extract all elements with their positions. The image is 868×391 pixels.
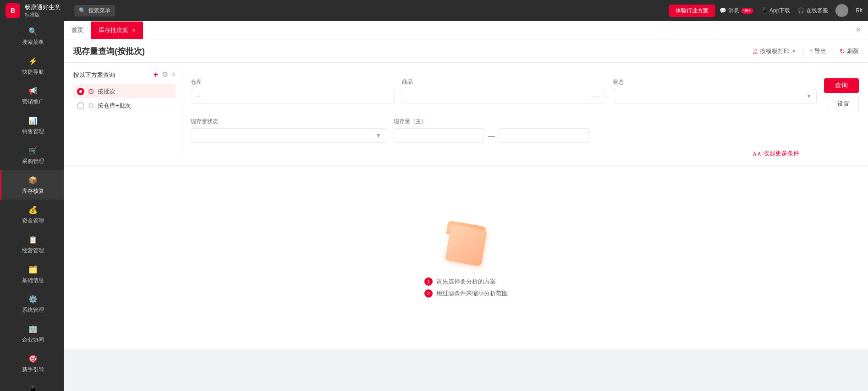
print-template-btn[interactable]: 🖨 按模板打印 ▼ (752, 47, 797, 55)
scheme-radio-by-batch (77, 88, 84, 95)
basic-icon: 🗂️ (27, 264, 38, 275)
sidebar-item-search[interactable]: 🔍 搜索菜单 (0, 21, 64, 51)
inventory-qty-max-input[interactable] (499, 128, 589, 143)
sidebar-item-system[interactable]: ⚙️ 系统管理 (0, 289, 64, 319)
sidebar-label-enterprise: 企业协同 (22, 336, 44, 344)
action-separator-2: | (832, 47, 834, 56)
sidebar-label-sales: 销售管理 (22, 128, 44, 136)
scheme-collapse-icon[interactable]: « (172, 70, 176, 80)
collapse-chevron-icon: ∧∧ (753, 150, 762, 157)
sidebar-label-operation: 经营管理 (22, 247, 44, 255)
inventory-status-arrow-icon: ▼ (376, 132, 381, 139)
tab-home[interactable]: 首页 (64, 22, 91, 39)
sidebar-item-marketing[interactable]: 📢 营销推广 (0, 81, 64, 110)
sidebar-item-sales[interactable]: 📊 销售管理 (0, 110, 64, 140)
tab-close-right-btn[interactable]: × (848, 25, 868, 35)
app-download-btn[interactable]: 📱 App下载 (761, 7, 790, 15)
apps-icon: 📱 (27, 383, 38, 391)
messages-btn[interactable]: 💬 消息 99+ (720, 7, 753, 15)
inventory-status-select[interactable]: ▼ (191, 128, 386, 143)
sidebar-item-operation[interactable]: 📋 经营管理 (0, 229, 64, 259)
sidebar-item-basic[interactable]: 🗂️ 基础信息 (0, 259, 64, 289)
sidebar-item-enterprise[interactable]: 🏢 企业协同 (0, 319, 64, 348)
tab-label: 库存批次账 (99, 26, 128, 34)
empty-tip-2: 2 用过滤条件来缩小分析范围 (424, 289, 508, 298)
tab-close-btn[interactable]: × (132, 27, 136, 33)
filter-row-2: 现存量状态 ▼ 现存量（主） — (191, 118, 859, 143)
filter-field-product: 商品 ··· (402, 78, 606, 103)
export-label: 导出 (814, 47, 826, 55)
empty-box (445, 224, 488, 267)
scheme-item-by-batch[interactable]: ⊙ 按批次 (73, 84, 176, 98)
page-title: 现存量查询(按批次) (73, 46, 145, 57)
filter-field-status: 状态 ▼ (613, 78, 817, 103)
avatar[interactable] (835, 4, 848, 17)
marketing-icon: 📢 (27, 85, 38, 96)
print-icon: 🖨 (752, 48, 758, 55)
sidebar-item-apps[interactable]: 📱 应用中心 (0, 378, 64, 391)
online-service-btn[interactable]: 🎧 在线客服 (797, 7, 828, 15)
tip-num-1: 1 (424, 277, 433, 286)
export-btn[interactable]: ↑ 导出 (809, 47, 826, 55)
sidebar-item-inventory[interactable]: 📦 库存核算 (0, 170, 64, 200)
refresh-icon: ↻ (840, 48, 845, 55)
sidebar-label-shortcut: 快捷导航 (22, 68, 44, 76)
message-icon: 💬 (720, 7, 726, 14)
status-select[interactable]: ▼ (613, 89, 817, 103)
scheme-add-icon[interactable]: + (154, 70, 159, 80)
sidebar-item-guide[interactable]: 🎯 新手引导 (0, 348, 64, 378)
empty-tip-1: 1 请先选择要分析的方案 (424, 277, 508, 286)
refresh-label: 刷新 (847, 47, 859, 55)
sidebar-item-shortcut[interactable]: ⚡ 快捷导航 (0, 51, 64, 81)
search-placeholder: 搜索菜单 (88, 7, 110, 15)
page-header: 现存量查询(按批次) 🖨 按模板打印 ▼ | ↑ 导出 | ↻ (64, 39, 868, 63)
scheme-icon-by-warehouse-batch: ⊙ (88, 101, 94, 110)
sidebar-item-purchase[interactable]: 🛒 采购管理 (0, 140, 64, 170)
empty-state: 1 请先选择要分析的方案 2 用过滤条件来缩小分析范围 (64, 166, 868, 349)
enterprise-icon: 🏢 (27, 323, 38, 334)
print-dropdown-icon[interactable]: ▼ (791, 49, 797, 54)
sidebar-label-marketing: 营销推广 (22, 98, 44, 106)
collapse-btn[interactable]: ∧∧ 收起更多条件 (753, 149, 799, 157)
purchase-icon: 🛒 (27, 145, 38, 156)
scheme-settings-icon[interactable]: ⚙ (162, 70, 168, 80)
finance-icon: 💰 (27, 204, 38, 215)
inventory-qty-dash: — (488, 132, 495, 143)
query-button[interactable]: 查询 (824, 78, 859, 93)
trial-btn[interactable]: 体验行业方案 (669, 5, 715, 17)
refresh-btn[interactable]: ↻ 刷新 (840, 47, 859, 55)
scheme-header-label: 按以下方案查询 (73, 71, 115, 79)
sidebar-label-system: 系统管理 (22, 306, 44, 314)
tip-text-2: 用过滤条件来缩小分析范围 (436, 289, 508, 298)
warehouse-label: 仓库 (191, 78, 395, 86)
guide-icon: 🎯 (27, 353, 38, 364)
scheme-label-by-warehouse-batch: 按仓库+批次 (98, 102, 131, 110)
settings-button[interactable]: 设置 (828, 97, 859, 111)
topbar-actions: 💬 消息 99+ 📱 App下载 🎧 在线客服 Rit (720, 4, 863, 17)
page-content: 现存量查询(按批次) 🖨 按模板打印 ▼ | ↑ 导出 | ↻ (64, 39, 868, 391)
search-icon: 🔍 (79, 7, 86, 14)
messages-label: 消息 (728, 7, 739, 15)
tip-num-2: 2 (424, 289, 433, 298)
tabbar: 首页 库存批次账 × × (64, 21, 868, 39)
warehouse-input[interactable]: ··· (191, 89, 395, 103)
sidebar-label-inventory: 库存核算 (22, 187, 44, 195)
tab-inventory-batch[interactable]: 库存批次账 × (91, 22, 143, 39)
content-area: 首页 库存批次账 × × 现存量查询(按批次) 🖨 按模板打印 ▼ | (64, 21, 868, 391)
topbar-search[interactable]: 🔍 搜索菜单 (74, 5, 115, 16)
sidebar-label-basic: 基础信息 (22, 277, 44, 284)
inventory-status-label: 现存量状态 (191, 118, 386, 125)
inventory-icon: 📦 (27, 174, 38, 185)
collapse-label: 收起更多条件 (764, 149, 799, 157)
page-actions: 🖨 按模板打印 ▼ | ↑ 导出 | ↻ 刷新 (752, 47, 859, 56)
scheme-radio-by-warehouse-batch (77, 102, 84, 109)
sidebar-label-guide: 新手引导 (22, 366, 44, 374)
action-buttons: 查询 设置 (824, 78, 859, 111)
sidebar-item-finance[interactable]: 💰 资金管理 (0, 200, 64, 229)
scheme-icon-by-batch: ⊙ (88, 87, 94, 96)
sales-icon: 📊 (27, 115, 38, 126)
inventory-qty-min-input[interactable] (394, 128, 484, 143)
scheme-item-by-warehouse-batch[interactable]: ⊙ 按仓库+批次 (73, 98, 176, 113)
sidebar: 🔍 搜索菜单 ⚡ 快捷导航 📢 营销推广 📊 销售管理 🛒 采购管理 📦 库存核… (0, 21, 64, 391)
product-input[interactable]: ··· (402, 89, 606, 103)
